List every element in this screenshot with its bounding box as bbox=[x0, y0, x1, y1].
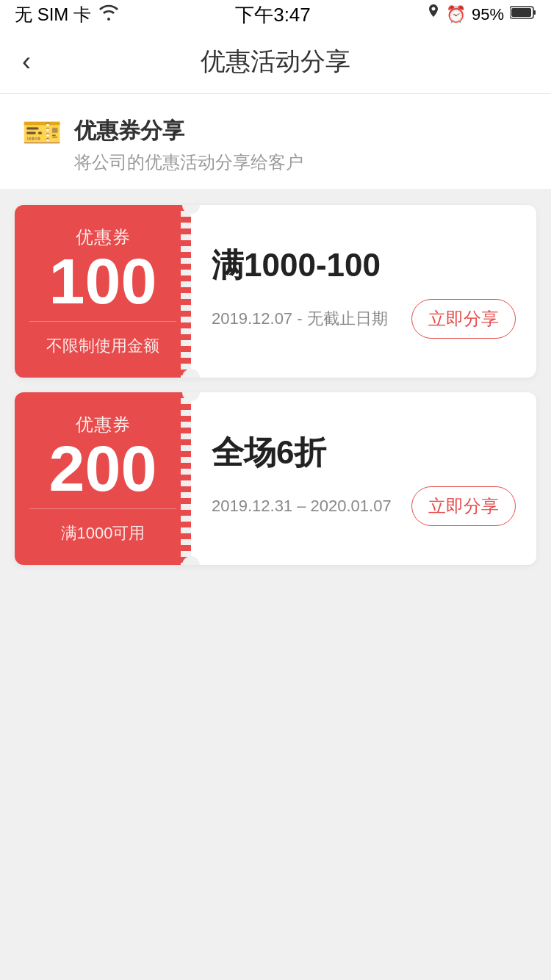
battery-icon bbox=[510, 5, 536, 24]
coupon-section-icon: 🎫 bbox=[22, 116, 62, 148]
coupon-name-1: 全场6折 bbox=[212, 431, 516, 475]
battery-text: 95% bbox=[472, 5, 504, 24]
section-text: 优惠券分享 将公司的优惠活动分享给客户 bbox=[74, 116, 303, 174]
coupon-date-0: 2019.12.07 - 无截止日期 bbox=[212, 308, 388, 330]
wifi-icon bbox=[98, 4, 119, 25]
coupon-condition-0: 不限制使用金额 bbox=[46, 335, 159, 357]
coupon-right-1: 全场6折 2019.12.31 – 2020.01.07 立即分享 bbox=[191, 392, 536, 565]
coupon-date-1: 2019.12.31 – 2020.01.07 bbox=[212, 497, 392, 516]
status-left: 无 SIM 卡 bbox=[15, 3, 119, 26]
coupon-name-0: 满1000-100 bbox=[212, 244, 516, 287]
nav-title: 优惠活动分享 bbox=[201, 45, 350, 79]
coupon-list: 优惠券 100 不限制使用金额 满1000-100 2019.12.07 - 无… bbox=[0, 190, 551, 580]
coupon-condition-1: 满1000可用 bbox=[61, 522, 145, 544]
location-icon bbox=[427, 4, 440, 25]
empty-area bbox=[0, 580, 551, 873]
carrier-text: 无 SIM 卡 bbox=[15, 3, 91, 26]
section-subtitle: 将公司的优惠活动分享给客户 bbox=[74, 151, 303, 174]
coupon-left-1: 优惠券 200 满1000可用 bbox=[15, 392, 191, 565]
nav-bar: ‹ 优惠活动分享 bbox=[0, 29, 551, 94]
coupon-amount-0: 100 bbox=[49, 249, 157, 314]
coupon-meta-1: 2019.12.31 – 2020.01.07 立即分享 bbox=[212, 486, 516, 526]
status-time: 下午3:47 bbox=[235, 2, 311, 28]
coupon-card: 优惠券 200 满1000可用 全场6折 2019.12.31 – 2020.0… bbox=[15, 392, 536, 565]
coupon-right-0: 满1000-100 2019.12.07 - 无截止日期 立即分享 bbox=[191, 205, 536, 378]
coupon-left-0: 优惠券 100 不限制使用金额 bbox=[15, 205, 191, 378]
coupon-card: 优惠券 100 不限制使用金额 满1000-100 2019.12.07 - 无… bbox=[15, 205, 536, 378]
section-title: 优惠券分享 bbox=[74, 116, 303, 146]
share-button-0[interactable]: 立即分享 bbox=[411, 299, 516, 339]
svg-rect-2 bbox=[511, 8, 531, 17]
share-button-1[interactable]: 立即分享 bbox=[411, 486, 516, 526]
alarm-icon: ⏰ bbox=[446, 5, 466, 24]
back-button[interactable]: ‹ bbox=[22, 46, 31, 77]
status-bar: 无 SIM 卡 下午3:47 ⏰ 95% bbox=[0, 0, 551, 29]
coupon-amount-1: 200 bbox=[49, 436, 157, 501]
svg-rect-1 bbox=[533, 10, 536, 15]
status-right: ⏰ 95% bbox=[427, 4, 536, 25]
section-header: 🎫 优惠券分享 将公司的优惠活动分享给客户 bbox=[0, 94, 551, 189]
coupon-meta-0: 2019.12.07 - 无截止日期 立即分享 bbox=[212, 299, 516, 339]
